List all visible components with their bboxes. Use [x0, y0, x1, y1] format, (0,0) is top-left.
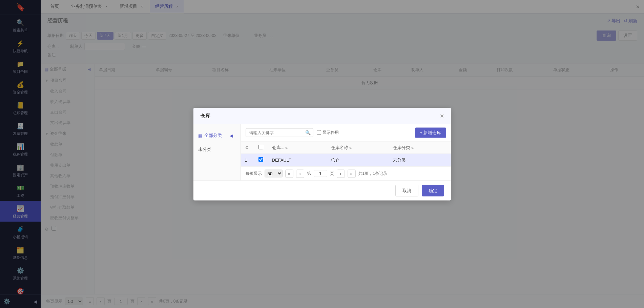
- modal-table-wrap: ⚙ 仓库...⇅ 仓库名称⇅: [241, 141, 451, 166]
- row-code: DEFAULT: [268, 154, 327, 166]
- modal-header: 仓库 ✕: [193, 108, 451, 124]
- confirm-btn[interactable]: 确定: [422, 185, 444, 196]
- col-gear: ⚙: [241, 141, 254, 154]
- modal-main-content: 🔍 显示停用 + 新增仓库 ⚙: [241, 124, 451, 180]
- modal-sidebar-uncategorized[interactable]: 未分类: [193, 143, 241, 155]
- modal-all-label: 全部分类: [204, 132, 222, 139]
- modal-table-header: ⚙ 仓库...⇅ 仓库名称⇅: [241, 141, 451, 154]
- show-disabled-input[interactable]: [317, 130, 321, 135]
- show-disabled-label: 显示停用: [323, 130, 339, 136]
- modal-per-page-select[interactable]: 50 100: [265, 170, 283, 178]
- col-code: 仓库...⇅: [268, 141, 327, 154]
- modal-actions: 取消 确定: [193, 180, 451, 200]
- modal-close-btn[interactable]: ✕: [440, 112, 444, 119]
- modal-toolbar: 🔍 显示停用 + 新增仓库: [241, 124, 451, 141]
- grid-icon: ▦: [198, 133, 202, 138]
- modal-page-input[interactable]: [314, 170, 327, 177]
- col-category: 仓库分类⇅: [389, 141, 451, 154]
- cancel-btn[interactable]: 取消: [395, 185, 418, 196]
- modal-pagination: 每页显示 50 100 « ‹ 第 页 › » 共1页，1条记录: [241, 166, 451, 180]
- modal-sidebar-collapse[interactable]: ◀: [227, 130, 236, 141]
- modal-sidebar-all[interactable]: ▦ 全部分类 ◀: [193, 127, 241, 143]
- search-icon: 🔍: [305, 130, 311, 135]
- modal-uncategorized-label: 未分类: [198, 146, 211, 152]
- row-index: 1: [241, 154, 254, 166]
- show-disabled-checkbox[interactable]: 显示停用: [317, 130, 339, 136]
- modal-search-input[interactable]: [246, 128, 313, 137]
- row-checkbox[interactable]: [254, 154, 268, 166]
- table-row[interactable]: 1 DEFAULT 总仓 未分类: [241, 154, 451, 166]
- modal-title: 仓库: [200, 112, 210, 119]
- select-all-modal[interactable]: [258, 145, 263, 149]
- add-warehouse-btn[interactable]: + 新增仓库: [415, 127, 446, 138]
- modal-total-info: 共1页，1条记录: [358, 171, 387, 177]
- modal-first-page[interactable]: «: [285, 169, 293, 178]
- col-checkbox: [254, 141, 268, 154]
- row-name: 总仓: [327, 154, 389, 166]
- modal-last-page[interactable]: »: [348, 169, 356, 178]
- row-category: 未分类: [389, 154, 451, 166]
- modal-per-page-label: 每页显示: [246, 171, 262, 177]
- modal-table: ⚙ 仓库...⇅ 仓库名称⇅: [241, 141, 451, 166]
- gear-icon-modal[interactable]: ⚙: [245, 145, 249, 150]
- modal-next-page[interactable]: ›: [337, 169, 345, 178]
- modal-body: ▦ 全部分类 ◀ 未分类 🔍 显示停用 + 新增仓库: [193, 124, 451, 180]
- warehouse-modal: 仓库 ✕ ▦ 全部分类 ◀ 未分类 🔍: [193, 108, 451, 200]
- search-wrap: 🔍: [246, 128, 313, 137]
- modal-prev-page[interactable]: ‹: [296, 169, 304, 178]
- col-name: 仓库名称⇅: [327, 141, 389, 154]
- modal-page-suffix: 页: [330, 171, 334, 177]
- modal-page-label: 第: [307, 171, 311, 177]
- modal-sidebar: ▦ 全部分类 ◀ 未分类: [193, 124, 241, 180]
